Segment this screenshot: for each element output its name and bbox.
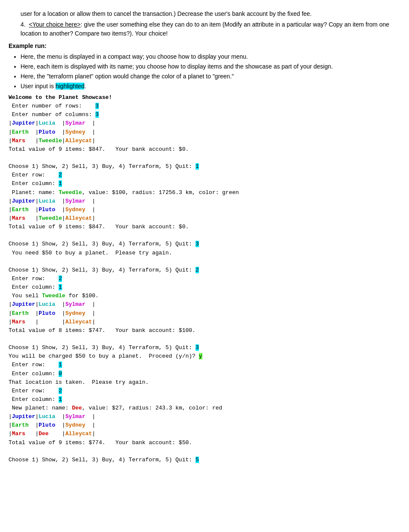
item3-text: user for a location or allow them to can… bbox=[21, 9, 400, 18]
welcome-line: Welcome to the Planet Showcase! Enter nu… bbox=[9, 93, 400, 464]
terminal-output: Welcome to the Planet Showcase! Enter nu… bbox=[9, 93, 400, 464]
item4-text: 4. <Your choice here>: give the user som… bbox=[21, 20, 400, 38]
example-bullets: Here, the menu is displayed in a compact… bbox=[21, 52, 400, 91]
bullet4: User input is highlighted. bbox=[21, 82, 400, 91]
item4-label: <Your choice here> bbox=[29, 21, 80, 28]
example-run-title: Example run: bbox=[9, 42, 400, 51]
intro-section: user for a location or allow them to can… bbox=[9, 9, 400, 91]
bullet2: Here, each item is displayed with its na… bbox=[21, 62, 400, 71]
bullet1: Here, the menu is displayed in a compact… bbox=[21, 52, 400, 61]
highlight-text: highlighted bbox=[56, 83, 85, 90]
bullet3: Here, the "terraform planet" option woul… bbox=[21, 72, 400, 81]
